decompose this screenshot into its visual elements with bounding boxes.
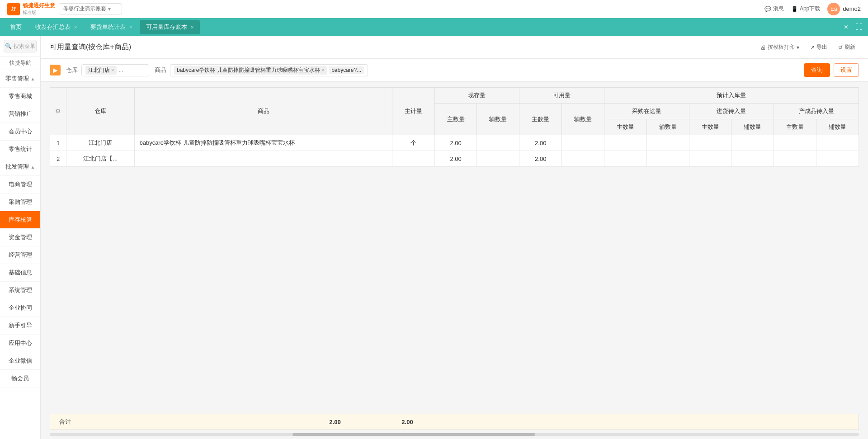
col-incoming-group: 进货待入量 [689,104,774,119]
warehouse-more[interactable]: ... [118,67,123,73]
industry-selector[interactable]: 母婴行业演示账套 ▾ [59,3,122,14]
row-main-unit [392,151,434,167]
warehouse-tag-delete[interactable]: × [111,67,114,73]
user-area[interactable]: Ea demo2 [827,3,861,15]
sidebar: 🔍 搜索菜单 快捷导航 零售管理 ▲ 零售商城 营销推广 会员中心 零售统计 批… [0,36,41,439]
settings-button[interactable]: 设置 [834,63,859,77]
row-stock-main: 2.00 [434,151,477,167]
col-stock-aux: 辅数量 [477,104,519,135]
total-stock-main: 2.00 [317,419,353,425]
nav-tabs: 首页 收发存汇总表 × 要货单统计表 × 可用量库存账本 × × ⛶ [0,18,868,36]
table-row: 2 江北门店【... 2.00 2.00 [50,151,859,167]
sidebar-item-wholesale-mgmt[interactable]: 批发管理 ▲ [0,158,40,176]
close-tab-available-stock[interactable]: × [191,24,193,30]
col-production-aux: 辅数量 [816,119,859,135]
col-main-unit: 主计量 [392,88,434,135]
logo-icon: 好 [7,3,20,15]
username: demo2 [843,5,861,12]
query-button[interactable]: 查询 [804,63,830,77]
tab-available-stock[interactable]: 可用量库存账本 × [140,20,200,34]
close-tab-receivables[interactable]: × [74,24,77,30]
filter-actions: 查询 设置 [804,63,859,77]
sidebar-item-basic-info[interactable]: 基础信息 [0,264,40,282]
top-bar-left: 好 畅捷通好生意 标准版 母婴行业演示账套 ▾ [7,2,122,16]
sidebar-item-operations[interactable]: 经营管理 [0,246,40,264]
fullscreen-button[interactable]: ⛶ [854,21,864,33]
export-icon: ↗ [810,44,815,51]
sidebar-item-inventory[interactable]: 库存核算 [0,211,40,229]
sidebar-item-member-center[interactable]: 会员中心 [0,123,40,141]
sidebar-item-finance[interactable]: 资金管理 [0,229,40,246]
main-layout: 🔍 搜索菜单 快捷导航 零售管理 ▲ 零售商城 营销推广 会员中心 零售统计 批… [0,36,868,439]
row-stock-aux [477,151,519,167]
sidebar-item-marketing[interactable]: 营销推广 [0,105,40,123]
product-filter-group: 商品 babycare学饮杯 儿童防摔防撞吸管杯重力球吸嘴杯宝宝水杯 × bab… [155,64,368,76]
product-tag-1-delete[interactable]: × [321,67,324,73]
sidebar-item-app-center[interactable]: 应用中心 [0,335,40,352]
sidebar-item-new-guide[interactable]: 新手引导 [0,317,40,335]
col-production-group: 产成品待入量 [774,104,859,119]
filter-toggle-button[interactable]: ▶ [50,65,61,76]
row-stock-main: 2.00 [434,135,477,151]
tab-home[interactable]: 首页 [4,20,28,34]
row-avail-main: 2.00 [519,135,562,151]
col-incoming-main: 主数量 [689,119,731,135]
avatar: Ea [827,3,840,15]
product-input[interactable]: babycare学饮杯 儿童防摔防撞吸管杯重力球吸嘴杯宝宝水杯 × babyca… [170,64,368,76]
row-purchase-aux [646,135,689,151]
print-button[interactable]: 🖨 按模板打印 ▾ [757,42,803,53]
content-area: 可用量查询(按仓库+商品) 🖨 按模板打印 ▾ ↗ 导出 ↺ 刷新 ▶ [41,36,868,439]
refresh-button[interactable]: ↺ 刷新 [835,42,859,53]
chevron-icon-2: ▲ [31,165,35,170]
top-bar: 好 畅捷通好生意 标准版 母婴行业演示账套 ▾ 💬 消息 📱 App下载 Ea … [0,0,868,18]
sidebar-item-member[interactable]: 畅会员 [0,370,40,387]
sidebar-item-retail-mgmt[interactable]: 零售管理 ▲ [0,70,40,88]
chevron-icon: ▲ [31,76,35,81]
col-avail-main: 主数量 [519,104,562,135]
scroll-track [50,433,859,436]
sidebar-item-retail-mall[interactable]: 零售商城 [0,88,40,105]
app-download-button[interactable]: 📱 App下载 [791,5,820,13]
row-incoming-main [689,151,731,167]
search-icon: 🔍 [5,43,12,49]
print-dropdown-icon: ▾ [797,44,799,51]
sidebar-item-procurement[interactable]: 采购管理 [0,194,40,211]
row-production-main [774,151,816,167]
sidebar-item-quick-nav[interactable]: 快捷导航 [0,57,40,70]
sidebar-item-ecommerce[interactable]: 电商管理 [0,176,40,194]
warehouse-tag: 江北门店 × [85,66,117,75]
sidebar-search: 🔍 搜索菜单 [0,36,40,57]
sidebar-item-retail-stats[interactable]: 零售统计 [0,141,40,158]
row-incoming-aux [731,151,774,167]
row-main-unit: 个 [392,135,434,151]
table-footer: 合计 2.00 2.00 [50,414,859,430]
data-table: ⚙ 仓库 商品 主计量 现存量 可用量 预计入库量 主数量 辅数量 主数量 辅数… [50,87,859,167]
warehouse-label: 仓库 [66,66,78,74]
sidebar-item-system[interactable]: 系统管理 [0,282,40,299]
product-label: 商品 [155,66,166,74]
row-avail-aux [562,135,604,151]
row-avail-main: 2.00 [519,151,562,167]
search-menu-button[interactable]: 🔍 搜索菜单 [4,40,37,52]
total-label: 合计 [55,418,317,426]
col-settings[interactable]: ⚙ [50,88,66,135]
close-all-tabs-button[interactable]: × [842,21,850,33]
logo-text: 畅捷通好生意 [23,2,55,9]
table-row: 1 江北门店 babycare学饮杯 儿童防摔防撞吸管杯重力球吸嘴杯宝宝水杯 个… [50,135,859,151]
tab-receivables[interactable]: 收发存汇总表 × [29,20,83,34]
col-warehouse: 仓库 [66,88,135,135]
warehouse-input[interactable]: 江北门店 × ... [81,64,149,76]
row-incoming-aux [731,135,774,151]
row-warehouse: 江北门店【... [66,151,135,167]
sidebar-item-wechat-work[interactable]: 企业微信 [0,352,40,370]
scroll-thumb[interactable] [292,433,535,436]
sidebar-item-enterprise[interactable]: 企业协同 [0,299,40,317]
filter-bar: ▶ 仓库 江北门店 × ... 商品 babycare学饮杯 儿童防摔防撞吸管杯… [41,59,868,82]
print-icon: 🖨 [760,44,766,51]
close-tab-orders[interactable]: × [129,24,132,30]
tab-orders[interactable]: 要货单统计表 × [84,20,138,34]
col-stock-main: 主数量 [434,104,477,135]
row-product: babycare学饮杯 儿童防摔防撞吸管杯重力球吸嘴杯宝宝水杯 [135,135,392,151]
message-button[interactable]: 💬 消息 [764,5,784,13]
export-button[interactable]: ↗ 导出 [807,42,831,53]
